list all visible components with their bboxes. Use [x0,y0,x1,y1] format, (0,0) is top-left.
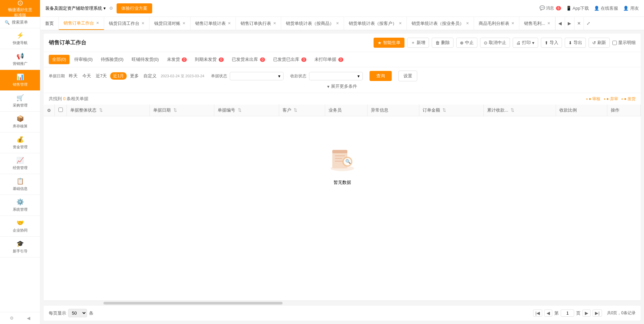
settings-icon[interactable]: ⚙ [10,316,14,321]
refresh-btn[interactable]: ↺ 刷新 [589,38,610,48]
tab-gross-margin-close[interactable]: ✕ [511,21,514,26]
tab-sales-exec-close[interactable]: ✕ [273,21,276,26]
show-detail-checkbox[interactable] [612,41,617,45]
tab-sales-gross[interactable]: 销售毛利... ✕ [519,17,555,30]
date-btn-7days[interactable]: 近7天 [94,72,108,80]
horizontal-scrollbar[interactable] [44,300,641,305]
industry-btn[interactable]: 体验行业方案 [117,3,152,13]
th-number[interactable]: 单据编号 ⇅ [214,105,279,116]
sidebar-item-finance[interactable]: 💰 资金管理 [0,132,40,153]
audit-btn[interactable]: ● 审核 [586,96,600,102]
tab-sales-by-staff-close[interactable]: ✕ [466,21,469,26]
first-page-btn[interactable]: |◀ [533,310,542,317]
tab-sales-by-product-close[interactable]: ✕ [336,21,339,26]
sub-tab-shop-pending[interactable]: 旺铺待发货(0) [128,55,162,64]
per-page-select[interactable]: 50 100 200 [68,309,87,317]
select-all-checkbox[interactable] [58,108,63,112]
sub-tab-pending-review[interactable]: 待审核(0) [71,55,96,64]
ship-btn[interactable]: ● 发货 [621,96,636,102]
sub-tab-all[interactable]: 全部(0) [49,55,70,64]
th-date[interactable]: 单据日期 ⇅ [149,105,214,116]
th-amount[interactable]: 订单金额 ⇅ [419,105,483,116]
sidebar-item-basic-info[interactable]: 📋 基础信息 [0,174,40,195]
th-collected[interactable]: 累计收款... ⇅ [483,105,556,116]
app-download-area[interactable]: 📱 App下载 [566,5,589,11]
sub-tab-shipped-out[interactable]: 已发货已出库 0 [270,55,310,64]
sidebar-item-sales[interactable]: 📊 销售管理 [0,70,40,91]
tab-home[interactable]: 首页 [40,17,59,30]
scrollbar-thumb[interactable] [103,302,283,305]
next-page-btn[interactable]: ▶ [583,310,591,317]
import-btn[interactable]: ⬆ 导入 [541,38,562,48]
discard-audit-btn[interactable]: ● 弃审 [604,96,618,102]
th-customer[interactable]: 客户 ⇅ [279,105,325,116]
tab-sales-stats-close[interactable]: ✕ [228,21,231,26]
sub-tab-shipped-not-out[interactable]: 已发货未出库 0 [228,55,268,64]
sidebar-item-inventory[interactable]: 📦 库存核算 [0,112,40,132]
collapse-icon[interactable]: ◀ [27,316,30,321]
sidebar-item-enterprise[interactable]: 🤝 企业协同 [0,216,40,237]
tab-gross-margin[interactable]: 商品毛利分析表 ✕ [474,17,519,30]
tab-sales-by-customer-close[interactable]: ✕ [399,21,402,26]
th-staff[interactable]: 业务员 [325,105,368,116]
delete-btn[interactable]: 🗑 删除 [432,38,454,48]
tab-sales-stats[interactable]: 销售订单统计表 ✕ [190,17,236,30]
sidebar-item-quick-nav[interactable]: ⚡ 快捷导航 [0,28,40,49]
prev-page-btn[interactable]: ◀ [544,310,552,317]
sub-tab-not-shipped[interactable]: 未发货 0 [164,55,190,64]
export-btn[interactable]: ⬇ 导出 [565,38,586,48]
tab-cash-reconcile[interactable]: 钱货日清对账 ✕ [149,17,190,30]
search-menu-item[interactable]: 🔍 搜索菜单 [0,17,40,28]
tab-cash-reconcile-close[interactable]: ✕ [182,21,185,26]
cancel-stop-btn[interactable]: ⊙ 取消中止 [480,38,510,48]
tab-cash-daily[interactable]: 钱货日清工作台 ✕ [104,17,149,30]
date-btn-custom[interactable]: 自定义 [142,72,158,80]
page-input[interactable] [561,310,574,317]
tabs-close-all[interactable]: ✕ [574,17,584,30]
sub-tab-pending-inspect[interactable]: 待拣验货(0) [97,55,127,64]
show-detail-checkbox-area[interactable]: 显示明细 [612,40,636,46]
user-area[interactable]: 👤 用友 [623,5,639,11]
tab-sales-by-customer[interactable]: 销货单统计表（按客户） ✕ [344,17,407,30]
sidebar-item-operations[interactable]: 📈 经营管理 [0,153,40,174]
query-btn[interactable]: 查询 [370,71,392,81]
tab-sales-workbench[interactable]: 销售订单工作台 ✕ [59,17,104,30]
status-select[interactable]: ▾ [230,72,284,80]
sub-tab-not-printed[interactable]: 未打印单据 0 [311,55,347,64]
sidebar-item-purchase[interactable]: 🛒 采购管理 [0,91,40,112]
tabs-scroll-right[interactable]: ▶ [565,17,574,30]
sidebar-item-system[interactable]: ⚙️ 系统管理 [0,195,40,216]
setting-btn[interactable]: 设置 [398,71,417,81]
print-btn[interactable]: 🖨 打印 ▾ [513,38,538,48]
settings-gear-icon[interactable]: ⚙ [109,6,113,11]
tabs-scroll-left[interactable]: ◀ [555,17,565,30]
last-page-btn[interactable]: ▶| [593,310,602,317]
import-icon: ⬆ [545,40,548,45]
stop-btn[interactable]: ⊗ 中止 [456,38,477,48]
system-title-dropdown[interactable]: 装备及固定资产辅助管理系统 ▾ [45,5,106,11]
add-btn[interactable]: ＋ 新增 [407,38,429,48]
date-btn-today[interactable]: 今天 [81,72,92,80]
tab-sales-by-staff[interactable]: 销货单统计表（按业务员） ✕ [407,17,474,30]
expand-filters-btn[interactable]: ▾ 展开更多条件 [49,83,636,89]
th-ratio[interactable]: 收款比例 [556,105,607,116]
tab-cash-daily-close[interactable]: ✕ [141,21,144,26]
payment-select[interactable]: ▾ [309,72,363,80]
sidebar-item-marketing[interactable]: 📢 营销推广 [0,49,40,70]
smart-btn[interactable]: ★ 智能生单 [374,38,404,48]
online-service-area[interactable]: 👤 在线客服 [594,5,618,11]
date-btn-1month[interactable]: 近1月 [110,72,127,80]
tab-sales-gross-close[interactable]: ✕ [547,21,550,26]
tab-sales-workbench-close[interactable]: ✕ [96,21,99,25]
th-status[interactable]: 单据整体状态 ⇅ [67,105,150,116]
tab-sales-by-product[interactable]: 销货单统计表（按商品） ✕ [281,17,344,30]
date-btn-yesterday[interactable]: 昨天 [68,72,79,80]
sidebar-item-guide[interactable]: 🎓 新手引导 [0,237,40,257]
message-icon-area[interactable]: 💬 消息 6 [540,5,561,11]
tabs-maximize[interactable]: ⤢ [584,17,593,30]
th-exception[interactable]: 异常信息 [368,105,419,116]
sub-tab-overdue-ship[interactable]: 到期未发货 0 [191,55,227,64]
date-btn-more[interactable]: 更多 [129,72,140,80]
tab-sales-exec[interactable]: 销售订单执行表 ✕ [236,17,281,30]
th-checkbox[interactable] [55,105,67,116]
